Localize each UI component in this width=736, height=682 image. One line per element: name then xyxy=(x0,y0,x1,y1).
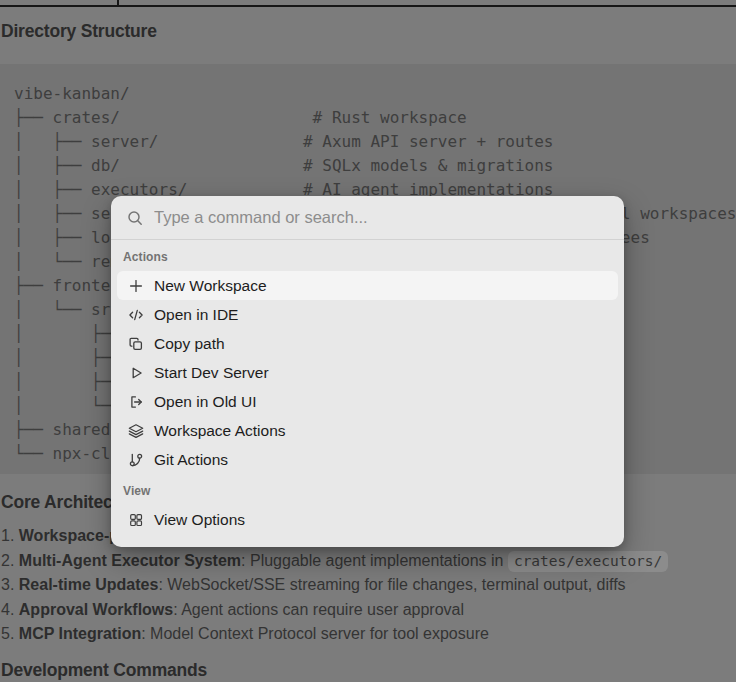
palette-item-label: New Workspace xyxy=(154,277,267,295)
palette-item-git-actions[interactable]: Git Actions xyxy=(117,445,618,474)
palette-item-open-in-old-ui[interactable]: Open in Old UI xyxy=(117,387,618,416)
list-item-label: Approval Workflows xyxy=(19,601,173,618)
palette-body: Actions New Workspace Open in IDE Copy p… xyxy=(111,250,624,540)
palette-item-workspace-actions[interactable]: Workspace Actions xyxy=(117,416,618,445)
list-item-number: 1. xyxy=(1,527,14,544)
list-item-text: : Model Context Protocol server for tool… xyxy=(141,625,489,642)
play-icon xyxy=(128,365,144,381)
palette-item-copy-path[interactable]: Copy path xyxy=(117,329,618,358)
palette-item-label: Start Dev Server xyxy=(154,364,269,382)
list-item: 3. Real-time Updates: WebSocket/SSE stre… xyxy=(1,573,736,598)
palette-item-new-workspace[interactable]: New Workspace xyxy=(117,271,618,300)
section-title-development-commands: Development Commands xyxy=(1,660,736,680)
grid-icon xyxy=(128,512,144,528)
command-search-input[interactable] xyxy=(154,208,609,227)
palette-item-label: Open in IDE xyxy=(154,306,238,324)
palette-item-label: Open in Old UI xyxy=(154,393,257,411)
palette-section-label-actions: Actions xyxy=(123,250,612,265)
palette-item-start-dev-server[interactable]: Start Dev Server xyxy=(117,358,618,387)
list-item-label: Multi-Agent Executor System xyxy=(19,552,241,569)
list-item-text: : Agent actions can require user approva… xyxy=(173,601,464,618)
list-item-number: 3. xyxy=(1,576,14,593)
command-search-row xyxy=(111,196,624,240)
search-icon xyxy=(126,209,144,227)
plus-icon xyxy=(128,278,144,294)
open-external-icon xyxy=(128,394,144,410)
code-icon xyxy=(128,307,144,323)
list-item-number: 5. xyxy=(1,625,14,642)
inline-code: crates/executors/ xyxy=(508,551,668,572)
git-branch-icon xyxy=(128,452,144,468)
list-item-text: : WebSocket/SSE streaming for file chang… xyxy=(158,576,625,593)
list-item-label: MCP Integration xyxy=(19,625,141,642)
palette-item-label: View Options xyxy=(154,511,245,529)
tab-divider xyxy=(117,0,119,7)
palette-item-open-in-ide[interactable]: Open in IDE xyxy=(117,300,618,329)
list-item-text: : Pluggable agent implementations in xyxy=(241,552,508,569)
palette-item-label: Workspace Actions xyxy=(154,422,286,440)
list-item-number: 4. xyxy=(1,601,14,618)
palette-item-view-options[interactable]: View Options xyxy=(117,505,618,534)
copy-icon xyxy=(128,336,144,352)
command-palette: Actions New Workspace Open in IDE Copy p… xyxy=(111,196,624,547)
list-item-label: Real-time Updates xyxy=(19,576,159,593)
palette-item-label: Git Actions xyxy=(154,451,228,469)
list-item: 4. Approval Workflows: Agent actions can… xyxy=(1,598,736,623)
list-item: 2. Multi-Agent Executor System: Pluggabl… xyxy=(1,549,736,574)
tab-strip xyxy=(0,0,736,7)
palette-section-label-view: View xyxy=(123,484,612,499)
palette-item-label: Copy path xyxy=(154,335,225,353)
section-title-directory-structure: Directory Structure xyxy=(1,21,736,41)
list-item: 5. MCP Integration: Model Context Protoc… xyxy=(1,622,736,647)
layers-icon xyxy=(128,423,144,439)
list-item-number: 2. xyxy=(1,552,14,569)
